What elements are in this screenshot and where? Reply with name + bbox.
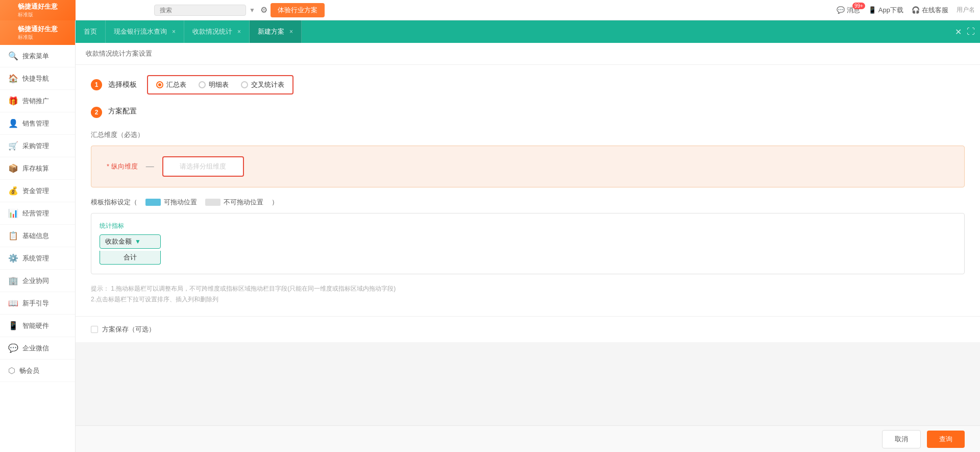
sidebar-item-label: 资金管理 bbox=[22, 186, 49, 196]
sidebar-item-label: 智能硬件 bbox=[22, 321, 49, 330]
sidebar-item-operation[interactable]: 📊经营管理 bbox=[0, 202, 75, 225]
tab-close-bank-flow[interactable]: × bbox=[172, 28, 176, 35]
indicator-chip-block: 收款金额 ▼ 合计 bbox=[100, 234, 161, 265]
radio-summary[interactable]: 汇总表 bbox=[156, 80, 186, 89]
sidebar-item-quick-nav[interactable]: 🏠快捷导航 bbox=[0, 67, 75, 90]
toggle-fixed: 不可拖动位置 bbox=[205, 198, 263, 207]
step2-badge: 2 bbox=[91, 107, 102, 118]
sidebar-item-basic[interactable]: 📋基础信息 bbox=[0, 225, 75, 247]
search-input[interactable] bbox=[154, 5, 246, 16]
message-icon: 💬 bbox=[837, 6, 845, 14]
sidebar-logo-sub: 标准版 bbox=[18, 34, 58, 41]
sidebar-item-search-menu[interactable]: 🔍搜索菜单 bbox=[0, 45, 75, 67]
top-bar: 畅捷通好生意 标准版 ▼ ⚙ 体验行业方案 💬 消息 99+ 📱 App下载 🎧… bbox=[0, 0, 980, 20]
quick-nav-icon: 🏠 bbox=[8, 74, 18, 83]
enterprise-icon: 🏢 bbox=[8, 276, 18, 286]
tab-bank-flow[interactable]: 现金银行流水查询× bbox=[106, 20, 184, 43]
main-content: 首页现金银行流水查询×收款情况统计×新建方案× ✕ ⛶ 收款情况统计方案设置 1… bbox=[76, 20, 980, 452]
query-button[interactable]: 查询 bbox=[927, 431, 965, 448]
guide-icon: 📖 bbox=[8, 298, 18, 308]
sidebar-item-label: 新手引导 bbox=[22, 299, 49, 308]
step1-badge: 1 bbox=[91, 79, 102, 90]
sidebar-item-finance[interactable]: 💰资金管理 bbox=[0, 180, 75, 202]
top-bar-right: 💬 消息 99+ 📱 App下载 🎧 在线客服 用户名 bbox=[837, 6, 975, 15]
sidebar-item-enterprise[interactable]: 🏢企业协同 bbox=[0, 270, 75, 292]
sidebar-item-label: 销售管理 bbox=[22, 119, 49, 128]
operation-icon: 📊 bbox=[8, 208, 18, 218]
app-download-btn[interactable]: 📱 App下载 bbox=[868, 6, 903, 15]
form-section: 1 选择模板 汇总表 明细表 交叉统计表 bbox=[76, 65, 980, 316]
sidebar-item-marketing[interactable]: 🎁营销推广 bbox=[0, 90, 75, 112]
logo-area: 畅捷通好生意 标准版 bbox=[0, 0, 76, 20]
sidebar-item-wechat[interactable]: 💬企业微信 bbox=[0, 337, 75, 360]
step1-row: 1 选择模板 汇总表 明细表 交叉统计表 bbox=[91, 75, 965, 94]
tab-collection-stats[interactable]: 收款情况统计× bbox=[184, 20, 250, 43]
dimension-arrow-icon: — bbox=[146, 162, 154, 171]
radio-cross-btn[interactable] bbox=[241, 81, 248, 88]
sidebar-item-label: 企业微信 bbox=[22, 344, 49, 353]
tab-home[interactable]: 首页 bbox=[76, 20, 106, 43]
sidebar-item-purchase[interactable]: 🛒采购管理 bbox=[0, 135, 75, 157]
sidebar-item-label: 畅会员 bbox=[19, 366, 39, 375]
sidebar-item-label: 搜索菜单 bbox=[22, 52, 49, 61]
sidebar-item-member[interactable]: ⬡畅会员 bbox=[0, 360, 75, 382]
sidebar-items: 🔍搜索菜单🏠快捷导航🎁营销推广👤销售管理🛒采购管理📦库存核算💰资金管理📊经营管理… bbox=[0, 45, 75, 382]
dimension-selector[interactable]: 请选择分组维度 bbox=[162, 156, 244, 177]
hardware-icon: 📱 bbox=[8, 321, 18, 330]
sidebar-item-label: 基础信息 bbox=[22, 231, 49, 241]
stats-indicator-title: 统计指标 bbox=[100, 222, 956, 230]
sidebar-item-hardware[interactable]: 📱智能硬件 bbox=[0, 315, 75, 337]
gear-icon[interactable]: ⚙ bbox=[260, 5, 267, 15]
step2-label: 方案配置 bbox=[108, 107, 137, 116]
hint-2: 2.点击标题栏下拉可设置排序、插入列和删除列 bbox=[91, 295, 965, 304]
sidebar: 畅捷通好生意 标准版 🔍搜索菜单🏠快捷导航🎁营销推广👤销售管理🛒采购管理📦库存核… bbox=[0, 20, 76, 452]
maximize-btn[interactable]: ⛶ bbox=[967, 27, 975, 36]
page-header: 收款情况统计方案设置 bbox=[76, 43, 980, 65]
sidebar-item-guide[interactable]: 📖新手引导 bbox=[0, 292, 75, 315]
step2-row: 2 方案配置 bbox=[91, 107, 965, 118]
close-window-btn[interactable]: ✕ bbox=[955, 27, 962, 37]
sidebar-item-system[interactable]: ⚙️系统管理 bbox=[0, 247, 75, 270]
industry-btn[interactable]: 体验行业方案 bbox=[271, 3, 325, 17]
tab-close-new-plan[interactable]: × bbox=[289, 28, 293, 35]
message-badge: 99+ bbox=[852, 3, 865, 9]
tab-bar: 首页现金银行流水查询×收款情况统计×新建方案× ✕ ⛶ bbox=[76, 20, 980, 43]
save-checkbox[interactable] bbox=[91, 326, 98, 333]
search-menu-icon: 🔍 bbox=[8, 51, 18, 61]
sales-icon: 👤 bbox=[8, 118, 18, 128]
sidebar-item-label: 采购管理 bbox=[22, 141, 49, 151]
radio-summary-btn[interactable] bbox=[156, 81, 163, 88]
sidebar-item-label: 系统管理 bbox=[22, 254, 49, 263]
save-label: 方案保存（可选） bbox=[102, 325, 155, 334]
radio-detail-btn[interactable] bbox=[199, 81, 206, 88]
cancel-button[interactable]: 取消 bbox=[882, 430, 921, 448]
user-name: 用户名 bbox=[957, 6, 975, 14]
radio-cross-label: 交叉统计表 bbox=[251, 80, 284, 89]
sidebar-item-label: 快捷导航 bbox=[22, 74, 49, 83]
toggle-draggable-box bbox=[145, 199, 161, 206]
dimension-row-label: * 纵向维度 bbox=[107, 162, 138, 171]
message-btn[interactable]: 💬 消息 99+ bbox=[837, 6, 860, 15]
sidebar-item-sales[interactable]: 👤销售管理 bbox=[0, 112, 75, 135]
member-icon: ⬡ bbox=[8, 366, 15, 375]
tab-new-plan[interactable]: 新建方案× bbox=[250, 20, 302, 43]
tab-label-bank-flow: 现金银行流水查询 bbox=[114, 27, 167, 36]
toggle-fixed-label: 不可拖动位置 bbox=[224, 198, 263, 207]
footer-bar: 取消 查询 bbox=[76, 425, 980, 452]
sidebar-item-inventory[interactable]: 📦库存核算 bbox=[0, 157, 75, 180]
indicator-subtotal: 合计 bbox=[100, 251, 161, 265]
chevron-down-icon[interactable]: ▼ bbox=[249, 7, 255, 14]
chip-dropdown-icon[interactable]: ▼ bbox=[135, 238, 141, 245]
radio-summary-label: 汇总表 bbox=[166, 80, 186, 89]
tab-label-new-plan: 新建方案 bbox=[258, 27, 284, 36]
sidebar-item-label: 经营管理 bbox=[22, 209, 49, 218]
tab-close-collection-stats[interactable]: × bbox=[237, 28, 241, 35]
step1-label: 选择模板 bbox=[108, 80, 137, 89]
template-options: 汇总表 明细表 交叉统计表 bbox=[147, 75, 293, 94]
hint-1: 提示： 1.拖动标题栏可以调整布局，不可跨维度或指标区域拖动栏目字段(只能在同一… bbox=[91, 284, 965, 293]
online-service-btn[interactable]: 🎧 在线客服 bbox=[912, 6, 948, 15]
collection-amount-chip[interactable]: 收款金额 ▼ bbox=[100, 234, 161, 249]
radio-cross[interactable]: 交叉统计表 bbox=[241, 80, 284, 89]
indicator-toggle: 模板指标设定（ 可拖动位置 不可拖动位置 ） bbox=[91, 198, 965, 207]
radio-detail[interactable]: 明细表 bbox=[199, 80, 229, 89]
